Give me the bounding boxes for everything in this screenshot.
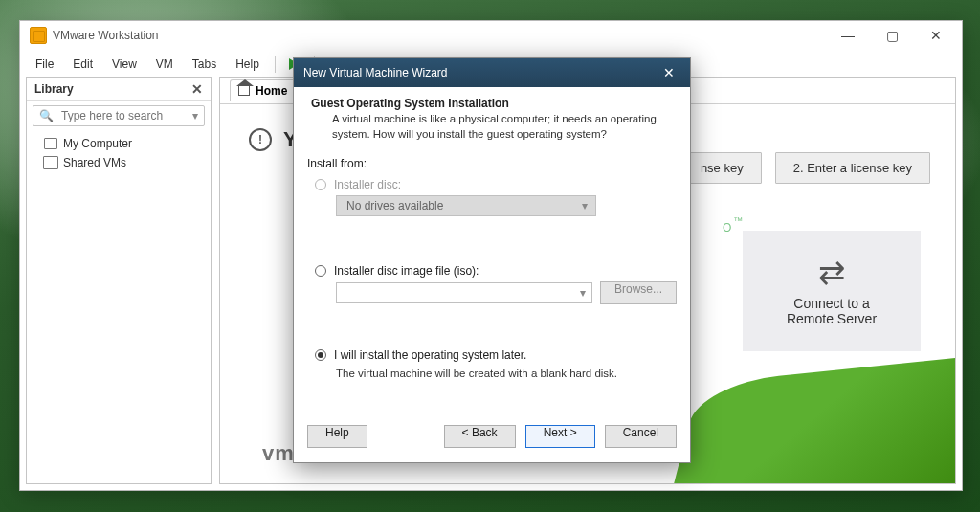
chevron-down-icon: ▾ (582, 199, 588, 212)
library-search[interactable]: 🔍 ▾ (33, 105, 205, 126)
remote-title: Connect to a (793, 296, 869, 311)
library-tree: My Computer Shared VMs (27, 130, 211, 176)
option-label-disc: Installer disc: (334, 178, 401, 191)
radio-install-later[interactable] (315, 349, 326, 361)
radio-iso[interactable] (315, 265, 326, 277)
tab-label: Home (256, 84, 287, 98)
iso-path-dropdown[interactable]: ▾ (336, 282, 592, 303)
option-iso[interactable]: Installer disc image file (iso): (315, 264, 677, 278)
tree-item-label: Shared VMs (63, 156, 126, 169)
menu-tabs[interactable]: Tabs (183, 55, 226, 74)
install-later-note: The virtual machine will be created with… (336, 367, 677, 379)
dialog-description: A virtual machine is like a physical com… (311, 110, 673, 142)
dialog-title: New Virtual Machine Wizard (303, 66, 448, 79)
dialog-close-icon[interactable]: ✕ (657, 61, 680, 84)
next-button[interactable]: Next > (525, 425, 595, 448)
menu-view[interactable]: View (102, 55, 146, 74)
window-controls: — ▢ ✕ (826, 21, 958, 50)
vmware-icon (30, 27, 47, 44)
search-input[interactable] (59, 108, 192, 123)
option-label-later: I will install the operating system late… (334, 348, 526, 362)
disc-dropdown: No drives available ▾ (336, 195, 596, 216)
new-vm-wizard-dialog: New Virtual Machine Wizard ✕ Guest Opera… (293, 57, 691, 463)
tree-item-my-computer[interactable]: My Computer (31, 134, 207, 153)
search-icon: 🔍 (39, 109, 54, 122)
toolbar-separator (275, 56, 276, 73)
computer-icon (44, 138, 57, 149)
pro-logo-fragment: O™ (723, 214, 745, 236)
library-panel: Library ✕ 🔍 ▾ My Computer Shared VMs (26, 77, 212, 484)
back-button[interactable]: < Back (444, 425, 516, 448)
install-from-label: Install from: (307, 157, 677, 170)
search-dropdown-icon[interactable]: ▾ (192, 109, 198, 122)
option-installer-disc: Installer disc: (315, 178, 677, 191)
close-button[interactable]: ✕ (914, 21, 958, 50)
tree-item-label: My Computer (63, 137, 132, 150)
disc-dropdown-value: No drives available (346, 199, 443, 212)
chevron-down-icon[interactable]: ▾ (580, 286, 586, 300)
home-icon (238, 86, 250, 96)
dialog-titlebar[interactable]: New Virtual Machine Wizard ✕ (294, 58, 690, 87)
library-close-icon[interactable]: ✕ (191, 81, 203, 97)
dialog-header: Guest Operating System Installation A vi… (294, 87, 690, 149)
decoration-swoosh (665, 354, 956, 484)
radio-installer-disc (315, 179, 326, 190)
browse-button: Browse... (600, 281, 677, 304)
minimize-button[interactable]: — (826, 21, 870, 50)
menu-vm[interactable]: VM (146, 55, 183, 74)
transfer-icon: ⇄ (818, 256, 845, 288)
dialog-footer: Help < Back Next > Cancel (294, 420, 690, 462)
option-label-iso: Installer disc image file (iso): (334, 264, 479, 278)
connect-remote-tile[interactable]: ⇄ Connect to a Remote Server (743, 231, 921, 351)
library-header: Library ✕ (27, 78, 211, 101)
library-title: Library (34, 82, 74, 96)
dialog-body: Install from: Installer disc: No drives … (294, 149, 690, 420)
tree-item-shared-vms[interactable]: Shared VMs (31, 153, 207, 172)
dialog-heading: Guest Operating System Installation (311, 97, 673, 110)
window-title: VMware Workstation (53, 29, 158, 42)
help-button[interactable]: Help (307, 425, 368, 448)
remote-subtitle: Remote Server (787, 311, 877, 326)
menu-help[interactable]: Help (226, 55, 269, 74)
shared-vms-icon (44, 157, 57, 168)
license-button-1[interactable]: nse key (682, 152, 762, 184)
license-button-2[interactable]: 2. Enter a license key (775, 152, 930, 184)
menu-file[interactable]: File (26, 55, 63, 74)
menu-edit[interactable]: Edit (63, 55, 102, 74)
cancel-button[interactable]: Cancel (605, 425, 677, 448)
titlebar[interactable]: VMware Workstation — ▢ ✕ (20, 21, 962, 50)
maximize-button[interactable]: ▢ (870, 21, 914, 50)
option-install-later[interactable]: I will install the operating system late… (315, 348, 677, 362)
info-icon: ! (249, 128, 272, 151)
